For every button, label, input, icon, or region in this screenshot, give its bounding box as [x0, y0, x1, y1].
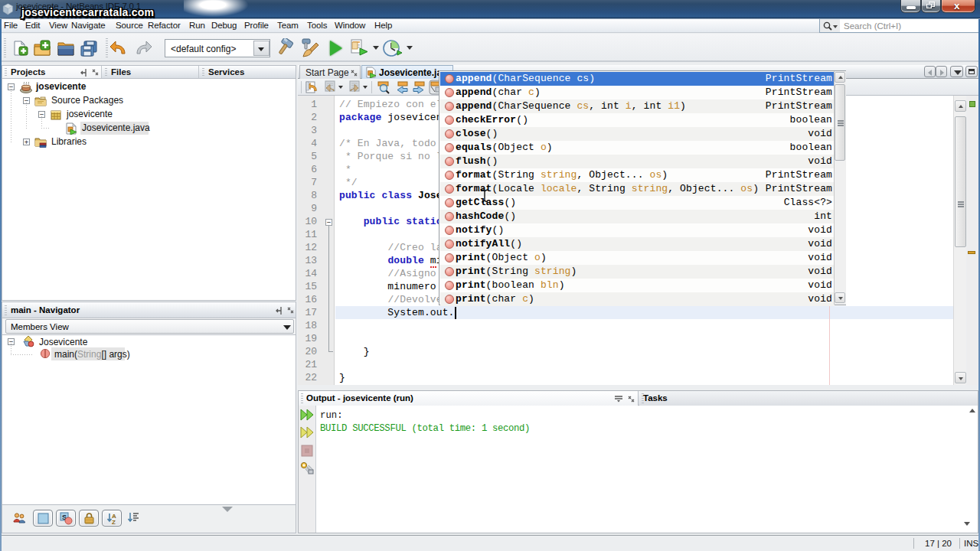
- svg-text:Z: Z: [112, 519, 116, 525]
